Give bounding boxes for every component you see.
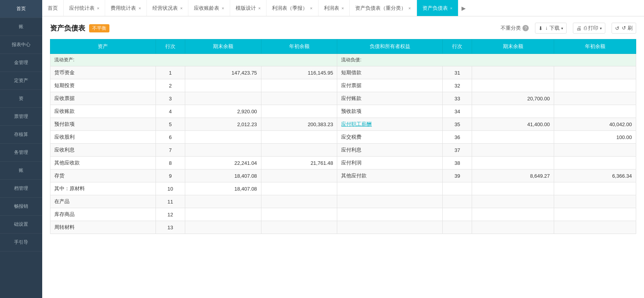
end-bal-6[interactable] — [185, 131, 261, 144]
year-bal-13[interactable] — [261, 221, 337, 234]
year-bal-31[interactable] — [554, 66, 636, 79]
liability-advance-receipts[interactable]: 预收款项 — [337, 105, 443, 118]
end-bal-31[interactable] — [472, 66, 554, 79]
sidebar-item-fund-mgmt[interactable]: 金管理 — [0, 54, 42, 72]
end-bal-2[interactable] — [185, 79, 261, 92]
asset-finished-goods[interactable]: 库存商品 — [50, 208, 156, 221]
print-button[interactable]: 🖨 ⎙ 打印 ▾ — [573, 23, 606, 34]
asset-notes-receivable[interactable]: 应收票据 — [50, 92, 156, 105]
help-icon[interactable]: ? — [522, 25, 529, 31]
no-reclassify-option[interactable]: 不重分类 ? — [501, 25, 529, 32]
sidebar-item-account[interactable]: 账 — [0, 18, 42, 36]
tab-profit-quarterly[interactable]: 利润表（季报） × — [267, 0, 318, 16]
sidebar-item-capital[interactable]: 资 — [0, 90, 42, 108]
asset-accounts-receivable[interactable]: 应收账款 — [50, 105, 156, 118]
year-bal-33[interactable] — [554, 92, 636, 105]
liability-taxes-payable[interactable]: 应交税费 — [337, 131, 443, 144]
sidebar-item-affairs-mgmt[interactable]: 务管理 — [0, 144, 42, 162]
tab-balance-reclassified[interactable]: 资产负债表（重分类） × — [350, 0, 417, 16]
sidebar-item-home[interactable]: 首页 — [0, 0, 42, 18]
end-bal-36[interactable] — [472, 131, 554, 144]
end-bal-4[interactable]: 2,920.00 — [185, 105, 261, 118]
liability-employee-payables[interactable]: 应付职工薪酬 — [337, 118, 443, 131]
end-bal-32[interactable] — [472, 79, 554, 92]
end-bal-8[interactable]: 22,241.04 — [185, 157, 261, 170]
download-button[interactable]: ⬇ ↓ 下载 ▾ — [535, 23, 566, 34]
year-bal-4[interactable] — [261, 105, 337, 118]
tab-balance-sheet[interactable]: 资产负债表 × — [417, 0, 458, 16]
year-bal-8[interactable]: 21,761.48 — [261, 157, 337, 170]
year-bal-1[interactable]: 116,145.95 — [261, 66, 337, 79]
sidebar-item-fixed-assets[interactable]: 定资产 — [0, 72, 42, 90]
end-bal-12[interactable] — [185, 208, 261, 221]
end-bal-10[interactable]: 18,407.08 — [185, 182, 261, 195]
tab-payable-stats[interactable]: 应付统计表 × — [64, 0, 105, 16]
tab-expense-stats[interactable]: 费用统计表 × — [105, 0, 147, 16]
sidebar-item-archive-mgmt[interactable]: 档管理 — [0, 180, 42, 198]
year-bal-32[interactable] — [554, 79, 636, 92]
year-bal-12[interactable] — [261, 208, 337, 221]
close-tab-balance-reclassified[interactable]: × — [408, 6, 411, 11]
sidebar-item-base-settings[interactable]: 础设置 — [0, 216, 42, 234]
close-tab-business-status[interactable]: × — [180, 6, 182, 11]
liability-other-payables[interactable]: 其他应付款 — [337, 170, 443, 182]
liability-dividends-payable[interactable]: 应付利润 — [337, 157, 443, 170]
year-bal-38[interactable] — [554, 157, 636, 170]
liability-short-term-loan[interactable]: 短期借款 — [337, 66, 443, 79]
year-bal-34[interactable] — [554, 105, 636, 118]
asset-prepayments[interactable]: 预付款项 — [50, 118, 156, 131]
sidebar-item-inventory[interactable]: 存核算 — [0, 126, 42, 144]
end-bal-11[interactable] — [185, 195, 261, 208]
sidebar-item-expense-report[interactable]: 畅报销 — [0, 198, 42, 216]
sidebar-item-ledger[interactable]: 账 — [0, 162, 42, 180]
end-bal-7[interactable] — [185, 144, 261, 157]
close-tab-balance-sheet[interactable]: × — [450, 6, 453, 11]
year-bal-3[interactable] — [261, 92, 337, 105]
year-bal-2[interactable] — [261, 79, 337, 92]
year-bal-10[interactable] — [261, 182, 337, 195]
asset-dividends-receivable[interactable]: 应收股利 — [50, 131, 156, 144]
asset-monetary-funds[interactable]: 货币资金 — [50, 66, 156, 79]
asset-wip[interactable]: 在产品 — [50, 195, 156, 208]
end-bal-39[interactable]: 8,649.27 — [472, 170, 554, 182]
sidebar-item-bill-mgmt[interactable]: 票管理 — [0, 108, 42, 126]
asset-interest-receivable[interactable]: 应收利息 — [50, 144, 156, 157]
end-bal-3[interactable] — [185, 92, 261, 105]
asset-inventory[interactable]: 存货 — [50, 170, 156, 182]
year-bal-11[interactable] — [261, 195, 337, 208]
end-bal-9[interactable]: 18,407.08 — [185, 170, 261, 182]
end-bal-34[interactable] — [472, 105, 554, 118]
end-bal-5[interactable]: 2,012.23 — [185, 118, 261, 131]
tab-business-status[interactable]: 经营状况表 × — [147, 0, 188, 16]
liability-notes-payable[interactable]: 应付票据 — [337, 79, 443, 92]
refresh-button[interactable]: ↺ ↺ 刷 — [612, 23, 636, 34]
asset-short-term-investment[interactable]: 短期投资 — [50, 79, 156, 92]
close-tab-expense-stats[interactable]: × — [138, 6, 141, 11]
tab-template-design[interactable]: 模版设计 × — [230, 0, 267, 16]
end-bal-37[interactable] — [472, 144, 554, 157]
year-bal-7[interactable] — [261, 144, 337, 157]
close-tab-payable-stats[interactable]: × — [97, 6, 99, 11]
year-bal-6[interactable] — [261, 131, 337, 144]
sidebar-item-guide[interactable]: 手引导 — [0, 234, 42, 252]
end-bal-38[interactable] — [472, 157, 554, 170]
end-bal-35[interactable]: 41,400.00 — [472, 118, 554, 131]
close-tab-profit-quarterly[interactable]: × — [310, 6, 312, 11]
asset-rotating-materials[interactable]: 周转材料 — [50, 221, 156, 234]
close-tab-receivable-aging[interactable]: × — [222, 6, 224, 11]
liability-accounts-payable[interactable]: 应付账款 — [337, 92, 443, 105]
asset-raw-materials[interactable]: 其中：原材料 — [50, 182, 156, 195]
tab-scroll-right[interactable]: ▶ — [458, 5, 469, 11]
tab-receivable-aging[interactable]: 应收账龄表 × — [188, 0, 230, 16]
year-bal-39[interactable]: 6,366.34 — [554, 170, 636, 182]
year-bal-35[interactable]: 40,042.00 — [554, 118, 636, 131]
tab-profit[interactable]: 利润表 × — [318, 0, 350, 16]
end-bal-1[interactable]: 147,423.75 — [185, 66, 261, 79]
tab-home[interactable]: 首页 — [42, 0, 64, 16]
year-bal-36[interactable]: 100.00 — [554, 131, 636, 144]
close-tab-template-design[interactable]: × — [258, 6, 261, 11]
close-tab-profit[interactable]: × — [342, 6, 344, 11]
end-bal-33[interactable]: 20,700.00 — [472, 92, 554, 105]
asset-other-receivables[interactable]: 其他应收款 — [50, 157, 156, 170]
year-bal-9[interactable] — [261, 170, 337, 182]
